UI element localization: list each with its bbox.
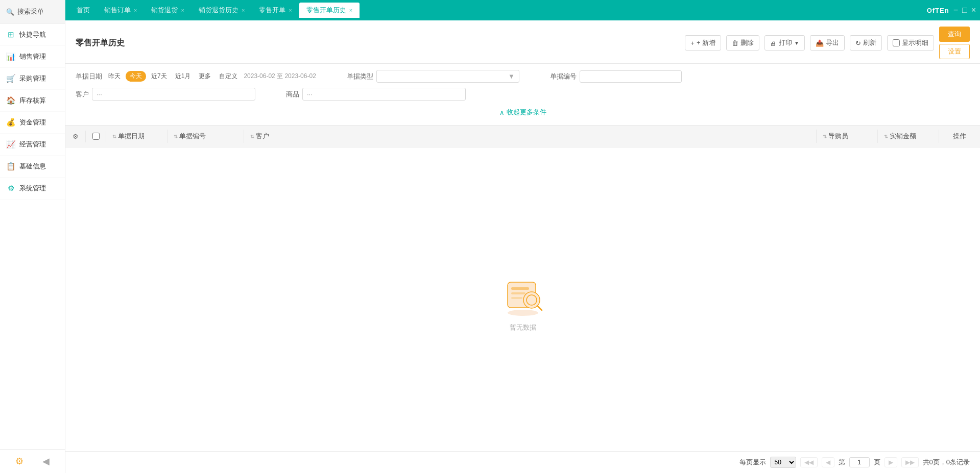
- th-check[interactable]: [86, 131, 106, 142]
- per-page-label: 每页显示: [739, 458, 766, 467]
- select-all-checkbox[interactable]: [92, 133, 100, 140]
- th-action-label: 操作: [953, 132, 966, 141]
- page-input[interactable]: [849, 457, 870, 467]
- client-select[interactable]: ···: [92, 88, 255, 101]
- purchase-mgmt-icon: 🛒: [6, 74, 15, 83]
- setting-button[interactable]: 设置: [939, 44, 970, 59]
- th-action: 操作: [939, 130, 980, 143]
- tab-retail-open[interactable]: 零售开单 ×: [252, 3, 299, 18]
- sidebar-item-purchase-mgmt[interactable]: 🛒 采购管理: [0, 68, 65, 90]
- svg-line-7: [537, 306, 542, 310]
- empty-text: 暂无数据: [510, 323, 536, 332]
- window-close-icon[interactable]: ×: [971, 6, 976, 15]
- main-area: 首页 销售订单 × 销货退货 × 销货退货历史 × 零售开单 × 零售开单历史 …: [65, 0, 980, 473]
- tab-sales-return-history-close[interactable]: ×: [242, 7, 245, 13]
- tab-sales-order-label: 销售订单: [104, 6, 131, 15]
- tab-sales-order[interactable]: 销售订单 ×: [97, 3, 144, 18]
- sidebar-item-quick-nav[interactable]: ⊞ 快捷导航: [0, 24, 65, 46]
- page-label: 第: [839, 458, 845, 467]
- refresh-button[interactable]: ↻ 刷新: [850, 35, 882, 51]
- date-btn-7days[interactable]: 近7天: [148, 71, 170, 82]
- quick-nav-icon: ⊞: [6, 30, 15, 39]
- table-area: ⚙ ⇅ 单据日期 ⇅ 单据编号 ⇅ 客户 ⇅: [65, 126, 980, 473]
- sidebar-item-sales-mgmt[interactable]: 📊 销售管理: [0, 46, 65, 68]
- window-maximize-icon[interactable]: □: [962, 6, 967, 15]
- svg-point-0: [508, 310, 538, 316]
- collapse-button[interactable]: ∧ 收起更多条件: [499, 106, 546, 119]
- display-detail-button[interactable]: 显示明细: [887, 35, 934, 51]
- per-page-select[interactable]: 50 10 20 100: [770, 457, 796, 468]
- sidebar-item-sys-mgmt[interactable]: ⚙ 系统管理: [0, 178, 65, 200]
- svg-rect-2: [511, 287, 529, 290]
- svg-rect-3: [511, 292, 525, 294]
- tab-bar-right: OfTEn − □ ×: [922, 6, 976, 15]
- th-date-label: 单据日期: [118, 132, 145, 141]
- date-btn-yesterday[interactable]: 昨天: [105, 71, 124, 82]
- sidebar-item-label: 采购管理: [19, 74, 46, 83]
- sidebar-search[interactable]: 🔍 搜索采单: [0, 0, 65, 24]
- collapse-icon: ∧: [499, 109, 505, 116]
- next-page-button[interactable]: ▶: [885, 457, 897, 467]
- tab-sales-order-close[interactable]: ×: [134, 7, 137, 13]
- tab-sales-return[interactable]: 销货退货 ×: [144, 3, 191, 18]
- date-btn-more[interactable]: 更多: [196, 71, 214, 82]
- tab-retail-open-close[interactable]: ×: [289, 7, 292, 13]
- date-btn-today[interactable]: 今天: [126, 71, 146, 82]
- tab-home[interactable]: 首页: [69, 3, 97, 18]
- last-page-button[interactable]: ▶▶: [901, 457, 919, 467]
- first-page-button[interactable]: ◀◀: [800, 457, 818, 467]
- filter-area: 单据日期 昨天 今天 近7天 近1月 更多 自定义 2023-06-02 至 2…: [65, 64, 980, 126]
- tab-sales-return-history[interactable]: 销货退货历史 ×: [192, 3, 252, 18]
- svg-rect-4: [511, 297, 522, 299]
- operations-icon: 📈: [6, 140, 15, 149]
- add-button[interactable]: + + 新增: [685, 35, 721, 51]
- collapse-sidebar-icon[interactable]: ◀: [42, 456, 50, 467]
- date-btn-custom[interactable]: 自定义: [216, 71, 241, 82]
- toolbar: + + 新增 🗑 删除 🖨 打印 ▼ 📤 导出: [685, 27, 970, 59]
- th-settings[interactable]: ⚙: [65, 131, 86, 142]
- sidebar-item-finance[interactable]: 💰 资金管理: [0, 112, 65, 134]
- filter-date-btns: 昨天 今天 近7天 近1月 更多 自定义: [105, 71, 241, 82]
- th-guide-label: 导购员: [828, 132, 848, 141]
- th-amount[interactable]: ⇅ 实销金额: [878, 130, 939, 143]
- window-minimize-icon[interactable]: −: [953, 6, 958, 15]
- date-btn-1month[interactable]: 近1月: [172, 71, 194, 82]
- query-button[interactable]: 查询: [939, 27, 970, 42]
- sidebar-item-label: 系统管理: [19, 184, 46, 193]
- sidebar-item-inventory[interactable]: 🏠 库存核算: [0, 90, 65, 112]
- tab-sales-return-close[interactable]: ×: [181, 7, 184, 13]
- delete-button[interactable]: 🗑 删除: [726, 35, 759, 51]
- sidebar-item-base-info[interactable]: 📋 基础信息: [0, 156, 65, 178]
- collapse-row: ∧ 收起更多条件: [76, 106, 970, 119]
- export-icon: 📤: [816, 39, 824, 47]
- sales-mgmt-icon: 📊: [6, 52, 15, 61]
- sort-amount-icon: ⇅: [884, 134, 888, 139]
- th-client-label: 客户: [256, 132, 269, 141]
- doc-no-input[interactable]: [580, 70, 682, 83]
- sidebar-item-operations[interactable]: 📈 经营管理: [0, 134, 65, 156]
- th-client[interactable]: ⇅ 客户: [244, 130, 817, 143]
- brand-label: OfTEn: [927, 7, 949, 14]
- settings-icon[interactable]: ⚙: [15, 456, 23, 467]
- doc-type-label: 单据类型: [347, 72, 373, 81]
- th-no[interactable]: ⇅ 单据编号: [168, 130, 244, 143]
- goods-select[interactable]: ···: [302, 88, 466, 101]
- sidebar: 🔍 搜索采单 ⊞ 快捷导航 📊 销售管理 🛒 采购管理 🏠 库存核算 💰 资金管…: [0, 0, 65, 473]
- empty-illustration: [495, 267, 551, 323]
- page-title-row: 零售开单历史 + + 新增 🗑 删除 🖨 打印 ▼: [76, 27, 970, 63]
- th-date[interactable]: ⇅ 单据日期: [106, 130, 168, 143]
- th-guide[interactable]: ⇅ 导购员: [817, 130, 878, 143]
- display-detail-checkbox[interactable]: [893, 39, 900, 46]
- print-button[interactable]: 🖨 打印 ▼: [764, 35, 805, 51]
- collapse-label: 收起更多条件: [507, 108, 546, 117]
- sidebar-bottom: ⚙ ◀: [0, 449, 65, 473]
- export-button[interactable]: 📤 导出: [810, 35, 845, 51]
- date-range: 2023-06-02 至 2023-06-02: [244, 72, 316, 81]
- doc-type-select[interactable]: ▼: [376, 70, 519, 83]
- tab-retail-open-history[interactable]: 零售开单历史 ×: [299, 3, 360, 18]
- pagination: 每页显示 50 10 20 100 ◀◀ ◀ 第 页 ▶ ▶▶ 共0页，0条记录: [65, 451, 980, 473]
- prev-page-button[interactable]: ◀: [822, 457, 834, 467]
- tab-retail-open-history-close[interactable]: ×: [349, 7, 352, 13]
- print-dropdown-icon: ▼: [794, 40, 799, 46]
- query-btns: 查询 设置: [939, 27, 970, 59]
